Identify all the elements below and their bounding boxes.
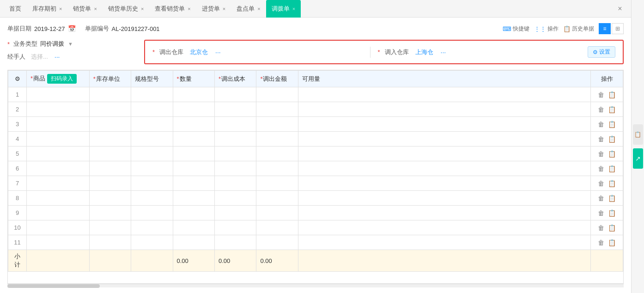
cost-cell[interactable]: [214, 191, 256, 206]
amount-cell[interactable]: [256, 87, 298, 102]
spec-cell[interactable]: [131, 132, 173, 146]
copy-icon[interactable]: 📋: [608, 91, 616, 98]
spec-cell[interactable]: [131, 191, 173, 206]
quantity-cell[interactable]: [173, 117, 214, 132]
quantity-cell[interactable]: [173, 206, 214, 220]
delete-icon[interactable]: 🗑: [598, 180, 604, 187]
horizontal-scrollbar[interactable]: [7, 284, 624, 287]
cost-cell[interactable]: [214, 206, 256, 220]
spec-cell[interactable]: [131, 235, 173, 250]
unit-cell[interactable]: [89, 132, 131, 146]
amount-cell[interactable]: [256, 220, 298, 235]
copy-icon[interactable]: 📋: [608, 239, 616, 246]
cost-cell[interactable]: [214, 117, 256, 132]
history-button[interactable]: 📋 历史单据: [563, 25, 594, 33]
spec-cell[interactable]: [131, 220, 173, 235]
transfer-in-value[interactable]: 上海仓: [415, 48, 433, 56]
copy-icon[interactable]: 📋: [608, 224, 616, 232]
quantity-cell[interactable]: [173, 146, 214, 161]
unit-cell[interactable]: [89, 220, 131, 235]
spec-cell[interactable]: [131, 117, 173, 132]
amount-cell[interactable]: [256, 102, 298, 117]
spec-cell[interactable]: [131, 176, 173, 191]
copy-icon[interactable]: 📋: [608, 180, 616, 187]
product-cell[interactable]: [27, 146, 90, 161]
tab-sales-history[interactable]: 销货单历史 ×: [103, 0, 149, 18]
unit-cell[interactable]: [89, 176, 131, 191]
unit-cell[interactable]: [89, 206, 131, 220]
cost-cell[interactable]: [214, 132, 256, 146]
transfer-in-more-button[interactable]: ···: [441, 49, 446, 56]
product-cell[interactable]: [27, 132, 90, 146]
quantity-cell[interactable]: [173, 87, 214, 102]
tab-home[interactable]: 首页: [4, 0, 27, 18]
transfer-out-value[interactable]: 北京仓: [190, 48, 208, 56]
delete-icon[interactable]: 🗑: [598, 209, 604, 217]
quantity-cell[interactable]: [173, 132, 214, 146]
amount-cell[interactable]: [256, 117, 298, 132]
handler-placeholder[interactable]: 选择...: [31, 53, 48, 61]
cost-cell[interactable]: [214, 87, 256, 102]
tab-purchase[interactable]: 进货单 ×: [196, 0, 231, 18]
cost-cell[interactable]: [214, 220, 256, 235]
product-cell[interactable]: [27, 191, 90, 206]
delete-icon[interactable]: 🗑: [598, 121, 604, 128]
quantity-cell[interactable]: [173, 235, 214, 250]
unit-cell[interactable]: [89, 146, 131, 161]
tab-view-sales[interactable]: 查看销货单 ×: [149, 0, 196, 18]
tab-close-sales-history[interactable]: ×: [141, 6, 144, 12]
delete-icon[interactable]: 🗑: [598, 165, 604, 172]
tab-inventory-check[interactable]: 盘点单 ×: [231, 0, 266, 18]
quantity-cell[interactable]: [173, 176, 214, 191]
calendar-icon[interactable]: 📅: [68, 25, 76, 32]
amount-cell[interactable]: [256, 132, 298, 146]
product-cell[interactable]: [27, 117, 90, 132]
unit-cell[interactable]: [89, 87, 131, 102]
delete-icon[interactable]: 🗑: [598, 106, 604, 113]
view-list-button[interactable]: ≡: [599, 23, 611, 34]
view-grid-button[interactable]: ⊞: [612, 23, 624, 34]
spec-cell[interactable]: [131, 87, 173, 102]
close-all-tabs-button[interactable]: ×: [613, 1, 627, 16]
amount-cell[interactable]: [256, 146, 298, 161]
product-cell[interactable]: [27, 161, 90, 176]
delete-icon[interactable]: 🗑: [598, 224, 604, 232]
scroll-thumb[interactable]: [7, 284, 100, 288]
unit-cell[interactable]: [89, 161, 131, 176]
business-type-select[interactable]: 同价调拨 ▼: [40, 40, 114, 48]
handler-more-button[interactable]: ···: [55, 53, 60, 61]
sidebar-expand-icon[interactable]: ↗: [633, 148, 643, 169]
amount-cell[interactable]: [256, 176, 298, 191]
unit-cell[interactable]: [89, 117, 131, 132]
delete-icon[interactable]: 🗑: [598, 135, 604, 143]
amount-cell[interactable]: [256, 161, 298, 176]
gear-icon[interactable]: ⚙: [15, 75, 20, 82]
tab-inventory-init[interactable]: 库存期初 ×: [27, 0, 67, 18]
tab-close-sales-order[interactable]: ×: [94, 6, 97, 12]
quantity-cell[interactable]: [173, 102, 214, 117]
tab-close-view-sales[interactable]: ×: [188, 6, 190, 12]
cost-cell[interactable]: [214, 146, 256, 161]
tab-close-inventory-check[interactable]: ×: [257, 6, 260, 12]
unit-cell[interactable]: [89, 191, 131, 206]
shortcut-button[interactable]: ⌨ 快捷键: [503, 25, 529, 33]
sidebar-note-icon[interactable]: 📋: [633, 124, 643, 145]
product-cell[interactable]: [27, 102, 90, 117]
amount-cell[interactable]: [256, 206, 298, 220]
quantity-cell[interactable]: [173, 191, 214, 206]
unit-cell[interactable]: [89, 102, 131, 117]
copy-icon[interactable]: 📋: [608, 150, 616, 158]
product-cell[interactable]: [27, 235, 90, 250]
operation-button[interactable]: ⋮⋮ 操作: [534, 25, 559, 33]
cost-cell[interactable]: [214, 176, 256, 191]
settings-button[interactable]: ⚙ 设置: [588, 46, 615, 58]
copy-icon[interactable]: 📋: [608, 209, 616, 217]
spec-cell[interactable]: [131, 161, 173, 176]
spec-cell[interactable]: [131, 206, 173, 220]
transfer-out-more-button[interactable]: ···: [215, 49, 221, 56]
copy-icon[interactable]: 📋: [608, 121, 616, 128]
product-cell[interactable]: [27, 206, 90, 220]
delete-icon[interactable]: 🗑: [598, 195, 604, 202]
amount-cell[interactable]: [256, 235, 298, 250]
tab-transfer[interactable]: 调拨单 ×: [266, 0, 301, 18]
